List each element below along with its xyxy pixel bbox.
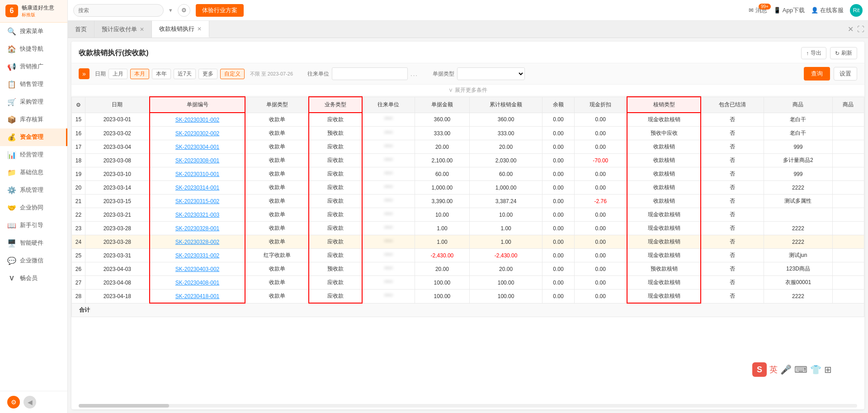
- cell-date: 2023-03-15: [85, 195, 150, 208]
- keyboard-icon[interactable]: ⌨: [794, 364, 807, 375]
- tab-close-writeoff[interactable]: ✕: [197, 26, 202, 32]
- cell-biz-type: 应收款: [309, 167, 362, 181]
- bill-no-link[interactable]: SK-20230301-002: [175, 117, 219, 123]
- cell-product2: [832, 235, 864, 249]
- tab-prepayment[interactable]: 预计应收付单 ✕: [94, 21, 152, 38]
- sidebar-item-finance[interactable]: 💰 资金管理: [0, 128, 67, 146]
- query-btn[interactable]: 查询: [804, 67, 830, 81]
- marketing-icon: 📢: [7, 62, 16, 71]
- table-row: 27 2023-04-08 SK-20230408-001 收款单 应收款 **…: [72, 276, 864, 290]
- app-download-btn[interactable]: 📱 App下载: [774, 6, 805, 14]
- cell-discount: -2.76: [574, 195, 627, 208]
- tab-close-prepayment[interactable]: ✕: [140, 26, 144, 33]
- cell-partner: ****: [362, 140, 415, 154]
- settings-icon[interactable]: ⚙: [7, 396, 20, 408]
- sidebar-item-operation[interactable]: 📊 经营管理: [0, 146, 67, 164]
- bill-no-link[interactable]: SK-20230331-002: [175, 252, 219, 259]
- bill-no-link[interactable]: SK-20230314-001: [175, 185, 219, 191]
- bill-no-link[interactable]: SK-20230310-001: [175, 171, 219, 177]
- bill-no-link[interactable]: SK-20230403-002: [175, 266, 219, 272]
- cell-no: 21: [72, 195, 85, 208]
- cell-partner: ****: [362, 154, 415, 167]
- cell-bill-no: SK-20230314-001: [150, 181, 245, 195]
- date-btn-last-month[interactable]: 上月: [108, 69, 127, 79]
- sidebar-item-member[interactable]: V 畅会员: [0, 270, 67, 287]
- sidebar-item-sales[interactable]: 📋 销售管理: [0, 76, 67, 93]
- shirt-icon[interactable]: 👕: [810, 364, 821, 375]
- cell-writeoff-type: 现金收款核销: [627, 222, 701, 235]
- cell-writeoff: 10.00: [469, 208, 542, 222]
- sidebar-item-purchase[interactable]: 🛒 采购管理: [0, 93, 67, 111]
- grid-icon[interactable]: ⊞: [824, 364, 832, 375]
- date-btn-7days[interactable]: 近7天: [174, 69, 196, 79]
- date-btn-more[interactable]: 更多: [198, 69, 217, 79]
- sidebar-item-hardware[interactable]: 🖥️ 智能硬件: [0, 234, 67, 252]
- th-settings[interactable]: ⚙: [72, 97, 85, 113]
- message-btn[interactable]: ✉ 消息 99+: [749, 6, 767, 14]
- bill-no-link[interactable]: SK-20230328-001: [175, 225, 219, 232]
- cell-product1: 123D商品: [764, 262, 832, 276]
- cell-bill-no: SK-20230331-002: [150, 249, 245, 262]
- collapse-icon[interactable]: ◀: [24, 396, 36, 408]
- cell-no: 16: [72, 127, 85, 140]
- filter-partner-input[interactable]: [332, 67, 408, 80]
- bill-no-link[interactable]: SK-20230328-002: [175, 239, 219, 245]
- cell-settled: 否: [701, 140, 764, 154]
- date-btn-custom[interactable]: 自定义: [220, 69, 245, 79]
- user-avatar[interactable]: Rit: [850, 4, 863, 17]
- sidebar-item-wechat[interactable]: 💬 企业微信: [0, 252, 67, 270]
- scrollbar-thumb[interactable]: [79, 404, 169, 408]
- sidebar-item-system[interactable]: ⚙️ 系统管理: [0, 181, 67, 199]
- sidebar-item-label: 销售管理: [20, 80, 43, 88]
- sidebar-item-basic[interactable]: 📁 基础信息: [0, 164, 67, 181]
- mic-icon[interactable]: 🎤: [780, 364, 792, 375]
- service-icon: 👤: [811, 7, 818, 14]
- close-tab-btn[interactable]: ✕: [848, 25, 854, 33]
- topbar-dropdown-arrow[interactable]: ▾: [169, 7, 172, 14]
- cell-bill-type: 收款单: [245, 222, 309, 235]
- date-btn-this-month[interactable]: 本月: [130, 69, 149, 79]
- date-btn-this-year[interactable]: 本年: [152, 69, 171, 79]
- topbar-search-input[interactable]: [73, 4, 164, 17]
- partner-value: ****: [384, 212, 393, 218]
- cell-product2: [832, 167, 864, 181]
- sidebar-item-collab[interactable]: 🤝 企业协同: [0, 199, 67, 217]
- sidebar-item-search[interactable]: 🔍 搜索菜单: [0, 23, 67, 40]
- service-btn[interactable]: 👤 在线客服: [811, 6, 844, 14]
- sidebar-item-guide[interactable]: 📖 新手引导: [0, 217, 67, 234]
- cell-no: 15: [72, 113, 85, 127]
- cell-bill-type: 收款单: [245, 195, 309, 208]
- sidebar-item-inventory[interactable]: 📦 库存核算: [0, 111, 67, 128]
- filter-bill-type-select[interactable]: [457, 67, 525, 80]
- horizontal-scrollbar[interactable]: [79, 404, 857, 408]
- th-discount: 现金折扣: [574, 97, 627, 113]
- export-btn[interactable]: ↑ 导出: [801, 47, 826, 59]
- tab-home[interactable]: 首页: [68, 21, 94, 38]
- filter-settings-btn[interactable]: 设置: [834, 67, 857, 81]
- topbar-gear-btn[interactable]: ⚙: [178, 4, 190, 17]
- cell-product1: 测试多属性: [764, 195, 832, 208]
- solution-btn[interactable]: 体验行业方案: [196, 4, 244, 17]
- cell-writeoff-type: 现金收款核销: [627, 208, 701, 222]
- th-writeoff: 累计核销金额: [469, 97, 542, 113]
- partner-value: ****: [384, 252, 393, 259]
- bill-no-link[interactable]: SK-20230304-001: [175, 144, 219, 150]
- purchase-icon: 🛒: [7, 98, 16, 106]
- filter-date-label: 日期: [95, 70, 106, 78]
- cell-product1: 老白干: [764, 127, 832, 140]
- maximize-btn[interactable]: ⛶: [857, 25, 864, 33]
- bill-no-link[interactable]: SK-20230321-003: [175, 212, 219, 218]
- tab-writeoff[interactable]: 收款核销执行 ✕: [152, 21, 209, 38]
- expand-more-btn[interactable]: ∨ 展开更多条件: [448, 86, 487, 94]
- refresh-btn[interactable]: ↻ 刷新: [830, 47, 857, 59]
- table-row: 23 2023-03-28 SK-20230328-001 收款单 应收款 **…: [72, 222, 864, 235]
- sidebar-item-nav[interactable]: 🏠 快捷导航: [0, 40, 67, 58]
- filter-toggle-btn[interactable]: »: [79, 68, 90, 79]
- sidebar-item-marketing[interactable]: 📢 营销推广: [0, 58, 67, 76]
- bill-no-link[interactable]: SK-20230302-002: [175, 130, 219, 137]
- cell-settled: 否: [701, 181, 764, 195]
- bill-no-link[interactable]: SK-20230418-001: [175, 293, 219, 299]
- bill-no-link[interactable]: SK-20230308-001: [175, 157, 219, 164]
- bill-no-link[interactable]: SK-20230315-002: [175, 198, 219, 204]
- bill-no-link[interactable]: SK-20230408-001: [175, 280, 219, 286]
